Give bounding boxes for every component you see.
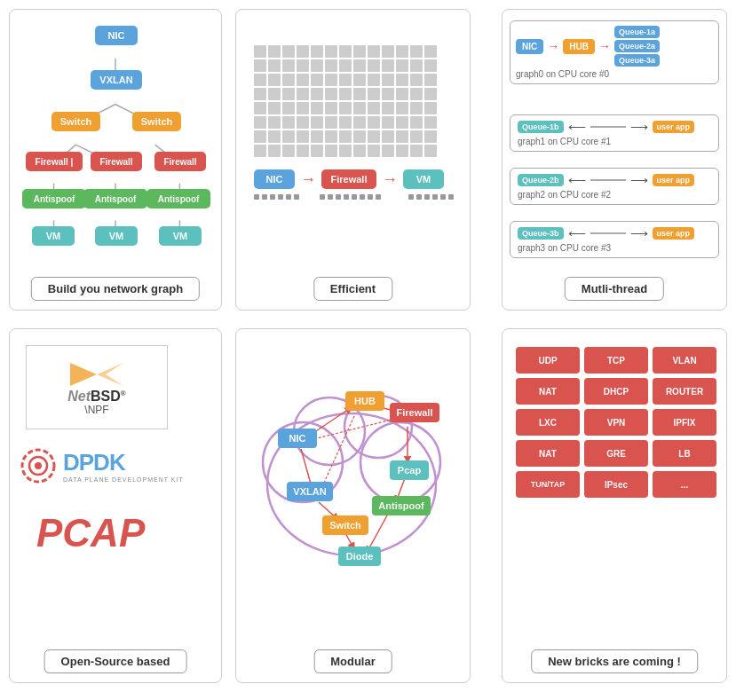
brick-ipfix: IPFIX (653, 409, 716, 436)
graph0-hub: HUB (563, 39, 595, 54)
svg-marker-12 (70, 363, 97, 386)
netbsd-box: NetBSD® \NPF (26, 345, 168, 429)
graph1-label: graph1 on CPU core #1 (518, 137, 711, 146)
q1a: Queue-1a (614, 26, 660, 38)
tree-switch1-node: Switch (51, 112, 100, 131)
svg-text:NIC: NIC (289, 433, 306, 444)
brick-lb: LB (653, 440, 716, 467)
pipeline-nic: NIC (254, 169, 295, 189)
modular-cloud-svg: HUB Firewall NIC Pcap VXLAN Switch Antis… (236, 329, 471, 649)
modular-section: HUB Firewall NIC Pcap VXLAN Switch Antis… (235, 328, 471, 683)
graph2-row: Queue-2b ⟵ ⟶ user app graph2 on CPU core… (510, 168, 719, 205)
g0-arrow2: → (598, 39, 611, 53)
g0-arrow: → (547, 39, 559, 53)
svg-text:Firewall: Firewall (397, 407, 433, 418)
arrow2: → (382, 170, 398, 189)
newbricks-label: New bricks are coming ! (531, 649, 698, 673)
modular-label: Modular (313, 649, 392, 673)
dpdk-sub-text: DATA PLANE DEVELOPMENT KIT (63, 476, 184, 483)
vm-dots (408, 194, 454, 200)
graph3-row: Queue-3b ⟵ ⟶ user app graph3 on CPU core… (510, 221, 719, 258)
tree-nic-node: NIC (95, 26, 138, 45)
tree-antispoof2-node: Antispoof (83, 189, 147, 208)
dpdk-main-text: DPDK (63, 449, 184, 476)
tree-vm1-node: VM (32, 226, 75, 246)
brick-dhcp: DHCP (584, 378, 648, 405)
graph0-row: NIC → HUB → Queue-1a Queue-2a Queue-3a g… (510, 20, 719, 84)
g3-app: user app (653, 227, 695, 240)
brick-ipsec: IPsec (584, 471, 648, 498)
g2-line (590, 179, 626, 181)
brick-router: ROUTER (653, 378, 716, 405)
q2a: Queue-2a (614, 40, 660, 52)
q3b: Queue-3b (518, 227, 564, 240)
tree-antispoof1-node: Antispoof (22, 189, 86, 208)
netbsd-text: NetBSD® (67, 389, 125, 404)
opensource-section: NetBSD® \NPF DPDK DATA PLANE DEVELOPMENT… (9, 328, 222, 683)
build-network-section: NIC VXLAN Switch Switch Firewall | Firew… (9, 9, 222, 311)
tree-vm2-node: VM (95, 226, 138, 246)
firewall-dots (320, 194, 381, 200)
bricks-grid: UDP TCP VLAN NAT DHCP ROUTER LXC VPN IPF… (516, 347, 716, 529)
pipeline-vm: VM (403, 169, 444, 189)
pipeline-row: NIC → Firewall → VM (254, 169, 444, 189)
graph3-label: graph3 on CPU core #3 (518, 243, 711, 253)
svg-text:Pcap: Pcap (398, 465, 422, 476)
svg-text:VXLAN: VXLAN (293, 486, 326, 497)
graph2-label: graph2 on CPU core #2 (518, 190, 711, 200)
efficient-label: Efficient (313, 277, 392, 301)
opensource-label: Open-Source based (44, 649, 187, 673)
newbricks-section: UDP TCP VLAN NAT DHCP ROUTER LXC VPN IPF… (502, 328, 727, 683)
tree-firewall2-node: Firewall (91, 152, 142, 171)
dpdk-row: DPDK DATA PLANE DEVELOPMENT KIT (19, 446, 184, 485)
svg-text:Antispoof: Antispoof (378, 500, 424, 511)
g3-line (590, 232, 626, 234)
brick-tcp: TCP (584, 347, 648, 374)
svg-marker-13 (97, 363, 123, 386)
netbsd-logo-svg (66, 358, 128, 389)
dpdk-spiral-icon (19, 446, 58, 485)
svg-line-31 (321, 416, 354, 491)
tree-switch2-node: Switch (132, 112, 181, 131)
arrow1: → (300, 170, 316, 189)
g3-arrow2: ⟶ (630, 226, 648, 240)
multithread-label: Mutli-thread (565, 277, 664, 301)
brick-vpn: VPN (584, 409, 648, 436)
tree-firewall3-node: Firewall (154, 152, 206, 171)
svg-text:Diode: Diode (346, 551, 374, 562)
brick-tuntap: TUN/TAP (516, 471, 580, 498)
svg-text:Switch: Switch (329, 520, 361, 531)
tree-antispoof3-node: Antispoof (146, 189, 210, 208)
pipeline-firewall: Firewall (321, 169, 376, 189)
tree-vm3-node: VM (159, 226, 202, 246)
efficient-section: NIC → Firewall → VM Efficient (235, 9, 471, 311)
brick-nat2: NAT (516, 440, 580, 467)
packet-grid (254, 45, 437, 157)
g2-arrow: ⟵ (568, 173, 586, 187)
graph0-label: graph0 on CPU core #0 (516, 69, 713, 79)
g1-arrow2: ⟶ (630, 120, 648, 134)
pcap-text: PCAP (36, 511, 145, 555)
g2-arrow2: ⟶ (630, 173, 648, 187)
tree-firewall1-node: Firewall | (26, 152, 83, 171)
dpdk-text-col: DPDK DATA PLANE DEVELOPMENT KIT (63, 449, 184, 483)
brick-vlan: VLAN (653, 347, 716, 374)
g2-app: user app (653, 174, 695, 186)
q1b: Queue-1b (518, 121, 564, 133)
npf-text: \NPF (84, 404, 108, 416)
g1-app: user app (653, 121, 695, 133)
q2b: Queue-2b (518, 174, 564, 186)
g1-line (590, 126, 626, 128)
multithread-section: NIC → HUB → Queue-1a Queue-2a Queue-3a g… (502, 9, 727, 311)
q3a: Queue-3a (614, 54, 660, 67)
brick-lxc: LXC (516, 409, 580, 436)
graph1-row: Queue-1b ⟵ ⟶ user app graph1 on CPU core… (510, 114, 719, 152)
g3-arrow: ⟵ (568, 226, 586, 240)
brick-nat1: NAT (516, 378, 580, 405)
graph0-queues: Queue-1a Queue-2a Queue-3a (614, 26, 660, 67)
g1-arrow: ⟵ (568, 120, 586, 134)
brick-gre: GRE (584, 440, 648, 467)
brick-etc: ... (653, 471, 716, 498)
tree-vxlan-node: VXLAN (91, 70, 142, 90)
build-label: Build you network graph (31, 277, 200, 301)
